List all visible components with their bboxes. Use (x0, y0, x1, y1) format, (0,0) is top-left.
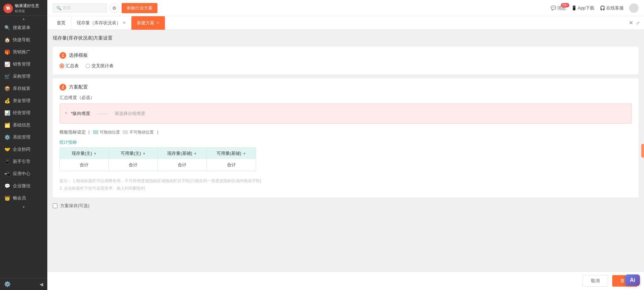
dim-placeholder[interactable]: 请选择分组维度 (115, 111, 145, 117)
sidebar-item-member[interactable]: 👑 畅会员 (0, 192, 47, 204)
drag-legend-box (93, 130, 98, 134)
tab-close-inventory[interactable]: ✕ (123, 21, 126, 25)
messages-btn[interactable]: 💬 消息 99+ (551, 5, 566, 11)
dim-separator: —— (97, 111, 108, 117)
tab-home[interactable]: 首页 (51, 16, 71, 30)
stats-col-1-header[interactable]: 现存量(主) ▼ (60, 148, 109, 159)
stats-cell-4-val: 合计 (227, 162, 236, 168)
topbar: 🔍 搜索 ⚙ 体验行业方案 💬 消息 99+ 📱 App下载 🎧 在线客服 (47, 0, 644, 16)
inventory-icon: 📦 (4, 86, 10, 91)
chevron-down-icon-4[interactable]: ▼ (243, 152, 246, 155)
sidebar-item-operations[interactable]: 📊 经营管理 (0, 107, 47, 119)
trial-btn[interactable]: 体验行业方案 (122, 3, 157, 13)
content-area: 现存量(库存状况表)方案设置 1 选择模板 汇总表 交叉统计表 2 (47, 30, 644, 271)
radio-crosstab[interactable]: 交叉统计表 (85, 63, 114, 69)
close-panel-icon[interactable]: ✕ (629, 20, 633, 26)
resize-handle[interactable] (641, 144, 644, 158)
operations-icon: 📊 (4, 110, 10, 116)
section2-num: 2 (59, 84, 66, 91)
save-scheme-label: 方案保存(可选) (60, 203, 90, 209)
ai-badge[interactable]: Ai (625, 274, 640, 286)
sidebar-item-inventory[interactable]: 📦 库存核算 (0, 82, 47, 95)
legend-nodrag-label: 不可拖动位置 (129, 129, 154, 135)
dim-vertical-label: *纵向维度 (71, 111, 90, 117)
page-title: 现存量(库存状况表)方案设置 (53, 35, 639, 41)
sidebar-item-wechat[interactable]: 💬 企业微信 (0, 180, 47, 192)
app-download-btn[interactable]: 📱 App下载 (571, 5, 594, 11)
search-placeholder: 搜索 (63, 5, 71, 11)
stats-col-1-label: 现存量(主) (72, 150, 92, 156)
tab-close-new-scheme[interactable]: ✕ (156, 21, 159, 25)
stats-cell-4: 合计 (207, 159, 256, 171)
tab-inventory-status[interactable]: 现存量（库存状况表） ✕ (71, 16, 131, 30)
radio-summary-label: 汇总表 (66, 63, 79, 69)
cancel-button[interactable]: 取消 (583, 275, 608, 287)
sidebar-item-label: 营销推广 (13, 49, 30, 55)
section1-header: 1 选择模板 (59, 52, 632, 59)
tips-area: 提示： 1.拖动标题栏可以调整布局，不可跨维度或指标区域拖动栏目字段(只能在同一… (59, 177, 632, 192)
sidebar-item-label: 新手引导 (13, 159, 30, 165)
chevron-down-icon-2[interactable]: ▼ (142, 152, 146, 155)
stats-header-row: 现存量(主) ▼ 可用量(主) ▼ 现存量(基辅) ▼ 可用量(基辅) (60, 148, 256, 159)
system-icon: ⚙️ (4, 135, 10, 140)
save-scheme-row: 方案保存(可选) (53, 203, 639, 209)
sidebar-item-appstore[interactable]: 📲 应用中心 (0, 168, 47, 180)
user-avatar[interactable] (629, 3, 639, 13)
sidebar-item-label: 基础信息 (13, 122, 30, 128)
expand-icon[interactable]: ⤢ (636, 20, 640, 26)
chevron-down-icon-3[interactable]: ▼ (194, 152, 197, 155)
stats-cell-1: 合计 (60, 159, 109, 171)
tab-label: 首页 (57, 20, 66, 26)
sidebar-item-purchase[interactable]: 🛒 采购管理 (0, 70, 47, 82)
logo-icon: 畅 (3, 4, 13, 13)
sidebar-item-newguide[interactable]: 📱 新手引导 (0, 155, 47, 168)
sidebar-scroll-up[interactable]: ▲ (0, 16, 47, 22)
sidebar: 畅 畅康通好生意 标准版 ▲ 🔍 搜索菜单 🏠 快捷导航 🎁 营销推广 📈 销售… (0, 0, 47, 290)
tab-bar: 首页 现存量（库存状况表） ✕ 新建方案 ✕ ✕ ⤢ (47, 16, 644, 30)
headset-icon: 🎧 (600, 5, 605, 10)
sidebar-item-finance[interactable]: 💰 资金管理 (0, 95, 47, 107)
guide-icon: 📱 (4, 159, 10, 164)
sidebar-item-label: 采购管理 (13, 73, 30, 79)
gift-icon: 🎁 (4, 49, 10, 55)
sidebar-item-system[interactable]: ⚙️ 系统管理 (0, 131, 47, 143)
sidebar-item-basic[interactable]: 🗂️ 基础信息 (0, 119, 47, 131)
sidebar-item-company[interactable]: 🤝 企业协同 (0, 143, 47, 155)
sidebar-item-label: 经营管理 (13, 110, 30, 116)
appstore-icon: 📲 (4, 171, 10, 176)
sidebar-scroll-down[interactable]: ▼ (0, 204, 47, 210)
topbar-settings-btn[interactable]: ⚙ (109, 3, 119, 13)
radio-summary[interactable]: 汇总表 (59, 63, 79, 69)
online-service-btn[interactable]: 🎧 在线客服 (600, 5, 624, 11)
message-icon: 💬 (551, 5, 556, 10)
stats-col-2-header[interactable]: 可用量(主) ▼ (109, 148, 158, 159)
sidebar-collapse-icon[interactable]: ◀ (40, 282, 43, 287)
save-scheme-checkbox[interactable] (53, 203, 57, 208)
stats-col-4-header[interactable]: 可用量(基辅) ▼ (207, 148, 256, 159)
stats-col-3-header[interactable]: 现存量(基辅) ▼ (158, 148, 207, 159)
stats-title: 统计指标 (59, 139, 632, 145)
sidebar-settings-icon[interactable]: ⚙️ (4, 281, 11, 287)
sidebar-item-shortcut[interactable]: 🏠 快捷导航 (0, 34, 47, 46)
stats-cell-2: 合计 (109, 159, 158, 171)
chevron-down-icon-1[interactable]: ▼ (93, 152, 97, 155)
section2-header: 2 方案配置 (59, 84, 632, 91)
sidebar-item-marketing[interactable]: 🎁 营销推广 (0, 46, 47, 58)
app-logo: 畅 畅康通好生意 标准版 (0, 0, 47, 16)
sidebar-item-label: 搜索菜单 (13, 25, 30, 31)
main-area: 🔍 搜索 ⚙ 体验行业方案 💬 消息 99+ 📱 App下载 🎧 在线客服 (47, 0, 644, 290)
radio-crosstab-circle (85, 64, 90, 68)
nodrag-legend-box (123, 130, 128, 134)
dimension-box: * *纵向维度 —— 请选择分组维度 (59, 103, 632, 124)
sidebar-bottom: ⚙️ ◀ (0, 278, 47, 290)
search-box[interactable]: 🔍 搜索 (53, 3, 107, 13)
tab-label: 新建方案 (137, 20, 154, 26)
sidebar-item-search[interactable]: 🔍 搜索菜单 (0, 22, 47, 34)
tab-new-scheme[interactable]: 新建方案 ✕ (131, 16, 165, 30)
home-icon: 🏠 (4, 37, 10, 43)
stats-body-row: 合计 合计 合计 合计 (60, 159, 256, 171)
sales-icon: 📈 (4, 62, 10, 67)
search-icon: 🔍 (4, 25, 10, 30)
sidebar-item-sales[interactable]: 📈 销售管理 (0, 58, 47, 70)
section1-num: 1 (59, 52, 66, 59)
